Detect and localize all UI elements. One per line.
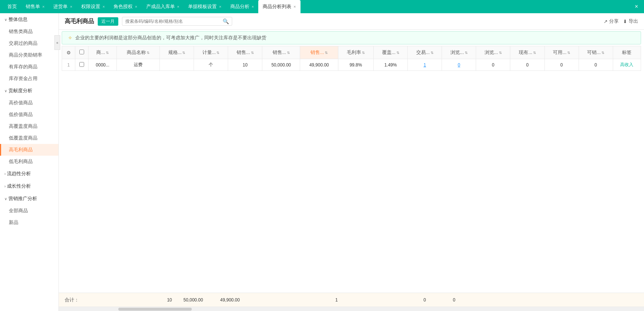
close-purchase[interactable]: × xyxy=(70,4,72,9)
col-settings[interactable]: ⚙ xyxy=(62,46,75,59)
sidebar-group-growth[interactable]: › 成长性分析 xyxy=(0,180,58,192)
close-roles[interactable]: × xyxy=(135,4,137,9)
content-header: 高毛利商品 近一月 🔍 ↗ 分享 ⬇ 导出 xyxy=(59,13,644,30)
col-gross-rate[interactable]: 毛利率⇅ xyxy=(338,46,373,59)
col-browse1-label: 浏览... xyxy=(450,49,464,56)
search-icon[interactable]: 🔍 xyxy=(223,18,229,24)
data-table: ⚙ 商...⇅ 商品名称⇅ 规 xyxy=(62,46,641,71)
col-stock3-label: 可销... xyxy=(587,49,601,56)
col-sales2[interactable]: 销售...⇅ xyxy=(262,46,300,59)
nav-sales[interactable]: 销售单 × xyxy=(21,0,49,13)
col-sales1[interactable]: 销售...⇅ xyxy=(228,46,262,59)
sidebar-item-new-goods[interactable]: 新品 xyxy=(0,217,58,228)
sidebar-collapse-button[interactable]: « xyxy=(54,35,60,50)
share-button[interactable]: ↗ 分享 xyxy=(604,18,619,25)
horizontal-scrollbar[interactable] xyxy=(59,307,644,311)
close-permissions[interactable]: × xyxy=(102,4,105,9)
close-analysis[interactable]: × xyxy=(252,4,254,9)
sidebar-item-category-rate[interactable]: 商品分类助销率 xyxy=(0,49,58,61)
close-products[interactable]: × xyxy=(177,4,179,9)
footer-total: 合计： 10 50,000.00 49,900.00 1 0 0 xyxy=(59,293,644,307)
col-checkbox[interactable] xyxy=(75,46,89,59)
col-spec[interactable]: 规格...⇅ xyxy=(159,46,194,59)
header-actions: ↗ 分享 ⬇ 导出 xyxy=(604,18,638,25)
nav-analysis-list[interactable]: 商品分析列表 × xyxy=(258,0,300,13)
col-code[interactable]: 商...⇅ xyxy=(89,46,117,59)
col-name[interactable]: 商品名称⇅ xyxy=(117,46,160,59)
sidebar-item-in-stock[interactable]: 有库存的商品 xyxy=(0,61,58,73)
settings-icon[interactable]: ⚙ xyxy=(66,50,71,55)
sort-stock3-icon[interactable]: ⇅ xyxy=(601,51,604,55)
sidebar-item-sales-goods[interactable]: 销售类商品 xyxy=(0,26,58,37)
period-button[interactable]: 近一月 xyxy=(98,17,118,26)
sidebar-item-high-coverage[interactable]: 高覆盖度商品 xyxy=(0,120,58,132)
col-unit[interactable]: 计量...⇅ xyxy=(194,46,228,59)
nav-permissions[interactable]: 权限设置 × xyxy=(77,0,109,13)
export-button[interactable]: ⬇ 导出 xyxy=(623,18,638,25)
sidebar-item-low-margin[interactable]: 低毛利商品 xyxy=(0,156,58,167)
col-transaction[interactable]: 交易...⇅ xyxy=(408,46,442,59)
nav-templates[interactable]: 单据模板设置 × xyxy=(184,0,226,13)
sort-spec-icon[interactable]: ⇅ xyxy=(182,51,185,55)
export-icon: ⬇ xyxy=(623,19,627,24)
nav-products[interactable]: 产成品入库单 × xyxy=(142,0,184,13)
sidebar-group-overall[interactable]: ∨ 整体信息 xyxy=(0,13,58,26)
sidebar-item-stock-capital[interactable]: 库存资金占用 xyxy=(0,73,58,84)
expand-trend-icon: › xyxy=(4,172,6,176)
col-sales1-label: 销售... xyxy=(237,49,250,56)
sort-name-icon[interactable]: ⇅ xyxy=(147,51,150,55)
col-coverage-label: 覆盖... xyxy=(382,49,396,56)
sort-gross-rate-icon[interactable]: ⇅ xyxy=(362,51,365,55)
sidebar-item-high-margin[interactable]: 高毛利商品 xyxy=(0,144,58,156)
sidebar-item-low-coverage[interactable]: 低覆盖度商品 xyxy=(0,132,58,144)
sort-sales3-icon[interactable]: ⇅ xyxy=(325,51,328,55)
search-input[interactable] xyxy=(125,19,223,24)
sidebar-item-high-value[interactable]: 高价值商品 xyxy=(0,97,58,109)
sidebar-group-marketing[interactable]: ∨ 营销推广分析 xyxy=(0,192,58,205)
sort-stock2-icon[interactable]: ⇅ xyxy=(567,51,570,55)
nav-home[interactable]: 首页 xyxy=(3,0,21,13)
sidebar-item-traded-goods[interactable]: 交易过的商品 xyxy=(0,37,58,49)
footer-cell-sales1: 10 xyxy=(109,297,175,303)
close-analysis-list[interactable]: × xyxy=(294,4,296,9)
nav-analysis[interactable]: 商品分析 × xyxy=(226,0,258,13)
sidebar-item-low-value[interactable]: 低价值商品 xyxy=(0,109,58,120)
sort-browse2-icon[interactable]: ⇅ xyxy=(499,51,502,55)
sort-coverage-icon[interactable]: ⇅ xyxy=(396,51,399,55)
col-stock1[interactable]: 现有...⇅ xyxy=(510,46,544,59)
sidebar-group-trend[interactable]: › 流趋性分析 xyxy=(0,167,58,180)
sort-sales2-icon[interactable]: ⇅ xyxy=(287,51,290,55)
sort-sales1-icon[interactable]: ⇅ xyxy=(251,51,254,55)
select-all-checkbox[interactable] xyxy=(79,50,84,54)
search-box: 🔍 xyxy=(122,17,232,26)
sort-browse1-icon[interactable]: ⇅ xyxy=(465,51,468,55)
col-stock2[interactable]: 可用...⇅ xyxy=(544,46,579,59)
scroll-thumb[interactable] xyxy=(118,308,192,311)
sort-code-icon[interactable]: ⇅ xyxy=(106,51,109,55)
sort-stock1-icon[interactable]: ⇅ xyxy=(533,51,536,55)
close-all-button[interactable]: × xyxy=(632,3,641,10)
sidebar-item-all-goods[interactable]: 全部商品 xyxy=(0,205,58,217)
share-icon: ↗ xyxy=(604,19,608,24)
cell-transaction[interactable]: 1 xyxy=(408,59,442,71)
footer-cell-stock1: 0 xyxy=(410,297,439,303)
cell-checkbox[interactable] xyxy=(75,59,89,71)
cell-unit: 个 xyxy=(194,59,228,71)
close-templates[interactable]: × xyxy=(219,4,221,9)
nav-purchase[interactable]: 进货单 × xyxy=(49,0,76,13)
cell-browse1[interactable]: 0 xyxy=(442,59,476,71)
sort-unit-icon[interactable]: ⇅ xyxy=(216,51,219,55)
col-stock3[interactable]: 可销...⇅ xyxy=(579,46,613,59)
row-checkbox[interactable] xyxy=(79,62,84,67)
col-sales3[interactable]: 销售...⇅ xyxy=(300,46,338,59)
col-unit-label: 计量... xyxy=(202,49,216,56)
sort-transaction-icon[interactable]: ⇅ xyxy=(431,51,433,55)
sidebar-group-contribution[interactable]: ∨ 贡献度分析 xyxy=(0,84,58,97)
col-coverage[interactable]: 覆盖...⇅ xyxy=(374,46,408,59)
table-container[interactable]: ⚙ 商...⇅ 商品名称⇅ 规 xyxy=(59,46,644,293)
close-sales[interactable]: × xyxy=(42,4,44,9)
nav-roles[interactable]: 角色授权 × xyxy=(109,0,141,13)
col-browse1[interactable]: 浏览...⇅ xyxy=(442,46,476,59)
content-area: 高毛利商品 近一月 🔍 ↗ 分享 ⬇ 导出 xyxy=(59,13,644,311)
col-browse2[interactable]: 浏览...⇅ xyxy=(476,46,510,59)
